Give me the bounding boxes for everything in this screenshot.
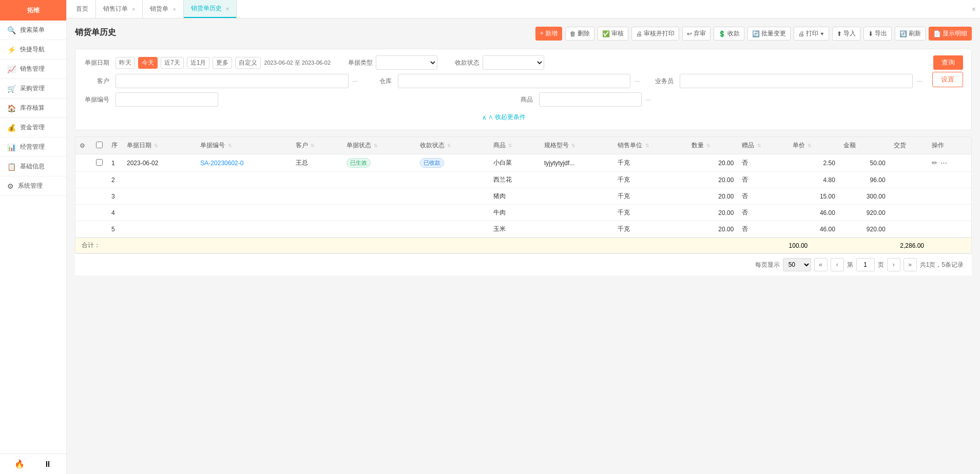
export-button[interactable]: ⬇ 导出 xyxy=(863,27,892,41)
set-button[interactable]: 设置 xyxy=(932,72,963,87)
doc-no-sort-icon[interactable]: ⇅ xyxy=(228,143,232,148)
next-page-btn[interactable]: › xyxy=(887,258,900,271)
sidebar-item-sales-mgmt[interactable]: 📈 销售管理 xyxy=(0,60,66,79)
tab-sales-goods-close[interactable]: × xyxy=(172,6,176,12)
unit-sort-icon[interactable]: ⇅ xyxy=(645,143,649,148)
row-qty: 20.00 xyxy=(687,221,738,238)
prev-page-btn[interactable]: ‹ xyxy=(831,258,844,271)
page-suffix: 页 xyxy=(878,261,884,269)
sidebar-item-finance[interactable]: 💰 资金管理 xyxy=(0,118,66,137)
price-sort-icon[interactable]: ⇅ xyxy=(808,143,812,148)
spec-sort-icon[interactable]: ⇅ xyxy=(571,143,575,148)
search-menu-icon: 🔍 xyxy=(7,26,16,34)
sidebar-item-search-menu[interactable]: 🔍 搜索菜单 xyxy=(0,21,66,40)
page-num-input[interactable] xyxy=(856,258,875,271)
sidebar-item-inventory[interactable]: 🏠 库存核算 xyxy=(0,98,66,118)
show-detail-button[interactable]: 📄 显示明细 xyxy=(929,27,972,41)
date-btn-more[interactable]: 更多 xyxy=(213,57,232,69)
product-dots[interactable]: ··· xyxy=(644,95,653,104)
refresh-button[interactable]: 🔃 刷新 xyxy=(895,27,926,41)
customer-input[interactable] xyxy=(116,74,349,88)
edit-icon[interactable]: ✏ xyxy=(932,159,937,167)
doc-type-select[interactable] xyxy=(376,55,437,70)
tab-sales-order-close[interactable]: × xyxy=(132,6,135,12)
row-unit: 千克 xyxy=(613,221,687,238)
customer-sort-icon[interactable]: ⇅ xyxy=(311,143,315,148)
tab-sales-history[interactable]: 销货单历史 × xyxy=(184,0,237,18)
product-input[interactable] xyxy=(539,92,642,107)
row-product: 西兰花 xyxy=(489,172,540,188)
sidebar-item-basic-info[interactable]: 📋 基础信息 xyxy=(0,157,66,176)
payment-status-select[interactable] xyxy=(483,55,544,70)
warehouse-dots[interactable]: ··· xyxy=(632,76,642,86)
date-range: 2023-06-02 至 2023-06-02 xyxy=(264,59,331,67)
date-label: 单据日期 xyxy=(84,58,109,67)
sidebar-item-ops[interactable]: 📊 经营管理 xyxy=(0,137,66,157)
date-btn-yesterday[interactable]: 昨天 xyxy=(116,57,135,69)
delete-button[interactable]: 🗑 删除 xyxy=(565,27,594,41)
first-page-btn[interactable]: « xyxy=(814,258,828,271)
table-body: 1 2023-06-02 SA-20230602-0 王总 已生效 已收款 小白… xyxy=(75,154,971,238)
date-btn-7days[interactable]: 近7天 xyxy=(161,57,184,69)
warehouse-input[interactable] xyxy=(398,74,631,88)
collect-button[interactable]: 💲 收款 xyxy=(714,27,744,41)
row-spec xyxy=(540,221,613,238)
sidebar-item-sys-mgmt[interactable]: ⚙ 系统管理 xyxy=(0,176,66,196)
abandon-button[interactable]: ↩ 弃审 xyxy=(682,27,710,41)
sidebar-item-quick-nav[interactable]: ⚡ 快捷导航 xyxy=(0,40,66,60)
tab-bar-close-all[interactable]: × xyxy=(972,5,976,13)
show-detail-icon: 📄 xyxy=(933,30,941,37)
filter-panel: 单据日期 昨天 今天 近7天 近1月 更多 自定义 2023-06-02 至 2… xyxy=(75,49,972,130)
data-table-wrapper: ⚙ 序 单据日期 ⇅ 单据编号 ⇅ xyxy=(75,136,972,253)
row-qty: 20.00 xyxy=(687,154,738,172)
row-doc-status xyxy=(342,172,416,188)
row-spec xyxy=(540,188,613,205)
last-page-btn[interactable]: » xyxy=(904,258,917,271)
date-btn-today[interactable]: 今天 xyxy=(138,57,158,69)
import-button[interactable]: ⬆ 导入 xyxy=(832,27,860,41)
bottom-pause-icon[interactable]: ⏸ xyxy=(44,460,52,469)
row-settings xyxy=(75,205,92,221)
salesperson-dots[interactable]: ··· xyxy=(915,76,924,86)
tab-home[interactable]: 首页 xyxy=(69,0,96,18)
audit-print-button[interactable]: 🖨 审核并打印 xyxy=(631,27,679,41)
collapse-button[interactable]: ∧ ∧ 收起更条件 xyxy=(84,111,924,124)
row-price: 4.80 xyxy=(789,172,839,188)
salesperson-input[interactable] xyxy=(680,74,913,88)
doc-status-sort-icon[interactable]: ⇅ xyxy=(374,143,378,148)
tab-sales-history-close[interactable]: × xyxy=(226,6,229,12)
date-btn-1month[interactable]: 近1月 xyxy=(187,57,210,69)
tab-sales-order[interactable]: 销售订单 × xyxy=(96,0,143,18)
bottom-fire-icon[interactable]: 🔥 xyxy=(14,459,25,469)
row-amount: 920.00 xyxy=(839,205,890,221)
tab-sales-goods[interactable]: 销货单 × xyxy=(143,0,183,18)
settings-icon[interactable]: ⚙ xyxy=(80,142,85,149)
tab-sales-goods-label: 销货单 xyxy=(150,5,168,13)
gift-sort-icon[interactable]: ⇅ xyxy=(757,143,761,148)
footer-label: 合计： xyxy=(82,241,100,250)
sidebar-item-label: 搜索菜单 xyxy=(20,26,45,34)
th-doc-no-label: 单据编号 xyxy=(200,142,225,149)
row-select-checkbox[interactable] xyxy=(96,159,103,166)
row-doc-no xyxy=(196,205,291,221)
print-button[interactable]: 🖨 打印 ▼ xyxy=(794,27,829,41)
sidebar-item-purchase-mgmt[interactable]: 🛒 采购管理 xyxy=(0,79,66,98)
per-page-select[interactable]: 50 20 100 xyxy=(783,258,811,271)
date-sort-icon[interactable]: ⇅ xyxy=(154,143,158,148)
doc-no-link[interactable]: SA-20230602-0 xyxy=(200,160,243,167)
more-icon[interactable]: ⋯ xyxy=(940,159,947,167)
batch-change-button[interactable]: 🔄 批量变更 xyxy=(747,27,791,41)
payment-status-sort-icon[interactable]: ⇅ xyxy=(447,143,451,148)
select-all-checkbox[interactable] xyxy=(96,142,103,148)
customer-field: ··· xyxy=(116,74,360,88)
date-btn-custom[interactable]: 自定义 xyxy=(235,57,261,69)
audit-button[interactable]: ✅ 审核 xyxy=(598,27,628,41)
product-sort-icon[interactable]: ⇅ xyxy=(508,143,512,148)
row-qty: 20.00 xyxy=(687,205,738,221)
doc-no-label: 单据编号 xyxy=(84,95,109,104)
qty-sort-icon[interactable]: ⇅ xyxy=(706,143,710,148)
new-button[interactable]: + 新增 xyxy=(535,27,562,41)
query-button[interactable]: 查询 xyxy=(933,55,963,70)
customer-dots[interactable]: ··· xyxy=(351,76,360,86)
doc-no-input[interactable] xyxy=(116,92,218,107)
